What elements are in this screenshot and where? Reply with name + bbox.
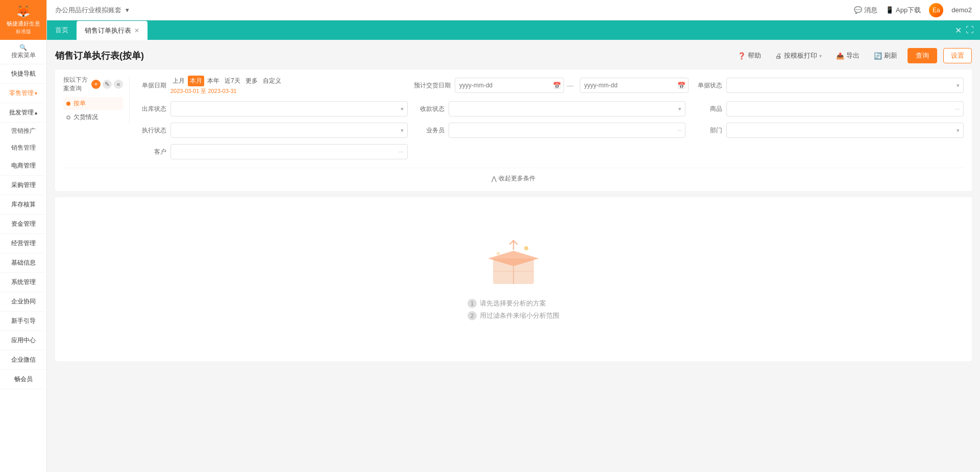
sidebar-item-wholesale[interactable]: 批发管理 ▴ [0,103,46,123]
goods-input[interactable] [726,101,964,116]
date-tab-last-month[interactable]: 上月 [170,76,187,86]
date-tab-7days[interactable]: 近7天 [223,76,242,86]
date-tabs: 上月 本月 本年 近7天 更多 自定义 [170,76,406,86]
sidebar-item-new-user[interactable]: 新手引导 [0,312,46,331]
tab-close-icon[interactable]: ✕ [134,27,139,34]
date-tab-this-month[interactable]: 本月 [188,76,204,86]
page-actions: ❓ 帮助 🖨 按模板打印 ▾ 📤 导出 🔄 刷新 查询 设置 [733,48,972,63]
app-download-action[interactable]: 📱 App下载 [886,6,921,15]
sidebar-item-system[interactable]: 系统管理 [0,273,46,292]
tab-home-label: 首页 [55,26,68,35]
tabbar: 首页 销售订单执行表 ✕ ✕ ⛶ [47,20,980,40]
sidebar-item-sales-mgmt[interactable]: 销售管理 [0,139,46,156]
print-button[interactable]: 🖨 按模板打印 ▾ [771,49,826,62]
expected-date-end-input[interactable] [580,78,689,93]
department-select[interactable] [726,123,964,138]
sidebar-item-ecommerce[interactable]: 电商管理 [0,156,46,176]
filter-exec-status: 执行状态 ▾ [136,123,408,138]
tab-home[interactable]: 首页 [47,20,77,40]
scheme-edit-icon[interactable]: ✎ [103,80,112,89]
doc-status-select-wrap: ▾ [726,78,964,93]
sidebar-item-app-center[interactable]: 应用中心 [0,331,46,350]
filter-goods: 商品 ··· [692,101,964,116]
sidebar-item-marketing[interactable]: 营销推广 [0,123,46,139]
sidebar-item-retail[interactable]: 零售管理 ▾ [0,84,46,103]
scheme-header-label: 按以下方案查询 [63,76,91,93]
page-content: 销售订单执行表(按单) ❓ 帮助 🖨 按模板打印 ▾ 📤 导出 🔄 刷新 [47,40,980,472]
search-panel-top: 按以下方案查询 + ✎ « [63,76,964,166]
exec-status-select[interactable] [170,123,408,138]
out-status-select-wrap: ▾ [170,101,408,116]
scheme-add-icon[interactable]: + [91,80,101,89]
date-tab-custom[interactable]: 自定义 [261,76,283,86]
print-arrow-icon: ▾ [819,53,822,59]
app-logo[interactable]: 🦊 畅捷通好生意 标准版 [0,0,46,40]
message-action[interactable]: 💬 消息 [854,6,877,15]
expected-date-start-input[interactable] [455,78,564,93]
receipt-status-select[interactable] [449,101,686,116]
customer-input-wrap: ··· [170,144,408,159]
sidebar-item-members[interactable]: 畅会员 [0,370,46,389]
date-tab-more[interactable]: 更多 [243,76,260,86]
sidebar-item-purchase[interactable]: 采购管理 [0,176,46,195]
doc-status-label: 单据状态 [692,81,722,90]
collapse-bar: ⋀ 收起更多条件 [63,168,964,185]
app-name: 畅捷通好生意 [7,20,40,27]
sidebar-item-wechat[interactable]: 企业微信 [0,350,46,370]
refresh-button[interactable]: 🔄 刷新 [870,49,901,62]
chevron-up-icon: ▴ [35,110,37,115]
customer-input[interactable] [170,144,408,159]
doc-status-select[interactable] [726,78,964,93]
tab-close-all-icon[interactable]: ✕ [955,26,962,35]
scheme-item-by-order[interactable]: 按单 [63,97,123,110]
out-status-select[interactable] [170,101,408,116]
page-header: 销售订单执行表(按单) ❓ 帮助 🖨 按模板打印 ▾ 📤 导出 🔄 刷新 [55,48,972,63]
scheme-item-shortage[interactable]: 欠货情况 [63,111,123,124]
breadcrumb-dropdown-icon[interactable]: ▾ [126,6,129,14]
date-range-display: 2023-03-01 至 2023-03-31 [170,87,408,95]
chevron-down-icon: ▾ [35,90,37,96]
sidebar-item-wholesale-label: 批发管理 [9,108,34,117]
username: demo2 [951,6,972,14]
filter-department: 部门 ▾ [692,123,964,138]
message-icon: 💬 [854,6,862,14]
tab-sales-order[interactable]: 销售订单执行表 ✕ [77,21,148,40]
collapse-button[interactable]: ⋀ 收起更多条件 [485,172,542,185]
sidebar-item-base-info[interactable]: 基础信息 [0,253,46,273]
sidebar-item-inventory[interactable]: 库存核算 [0,195,46,215]
query-button[interactable]: 查询 [908,48,937,63]
search-panel: 按以下方案查询 + ✎ « [55,69,972,191]
logo-icon: 🦊 [3,4,43,20]
refresh-label: 刷新 [884,51,897,60]
filter-customer: 客户 ··· [136,144,408,159]
help-button[interactable]: ❓ 帮助 [733,49,765,62]
scheme-dot-outline [66,115,70,120]
receipt-status-select-wrap: ▾ [449,101,686,116]
tip2-num: 2 [468,311,477,320]
out-status-label: 出库状态 [136,105,166,113]
scheme-collapse-icon[interactable]: « [114,80,123,89]
tab-expand-icon[interactable]: ⛶ [966,26,974,35]
sidebar-item-quick-nav[interactable]: 快捷导航 [0,64,46,84]
help-icon: ❓ [738,52,746,60]
sidebar-item-enterprise[interactable]: 企业协同 [0,292,46,312]
topbar-right: 💬 消息 📱 App下载 Ea demo2 [854,3,972,17]
settings-button[interactable]: 设置 [943,48,972,63]
print-icon: 🖨 [775,52,782,60]
app-download-label: App下载 [896,6,921,15]
date-tab-this-year[interactable]: 本年 [205,76,222,86]
export-button[interactable]: 📤 导出 [832,49,864,62]
sidebar-item-finance[interactable]: 资金管理 [0,215,46,234]
tab-sales-order-label: 销售订单执行表 [85,26,131,35]
sidebar-search[interactable]: 🔍 搜索菜单 [0,40,46,64]
scheme-header-icons: + ✎ « [91,80,123,89]
expected-date-end-wrap: 📅 [580,78,686,93]
search-icon: 🔍 [3,44,43,51]
user-avatar[interactable]: Ea [929,3,943,17]
sidebar-item-operations[interactable]: 经营管理 [0,234,46,253]
scheme-item-by-order-label: 按单 [74,99,86,108]
salesman-input[interactable] [449,123,686,138]
exec-status-label: 执行状态 [136,126,166,135]
expected-date-start-wrap: 📅 [455,78,561,93]
salesman-input-wrap: ··· [449,123,686,138]
